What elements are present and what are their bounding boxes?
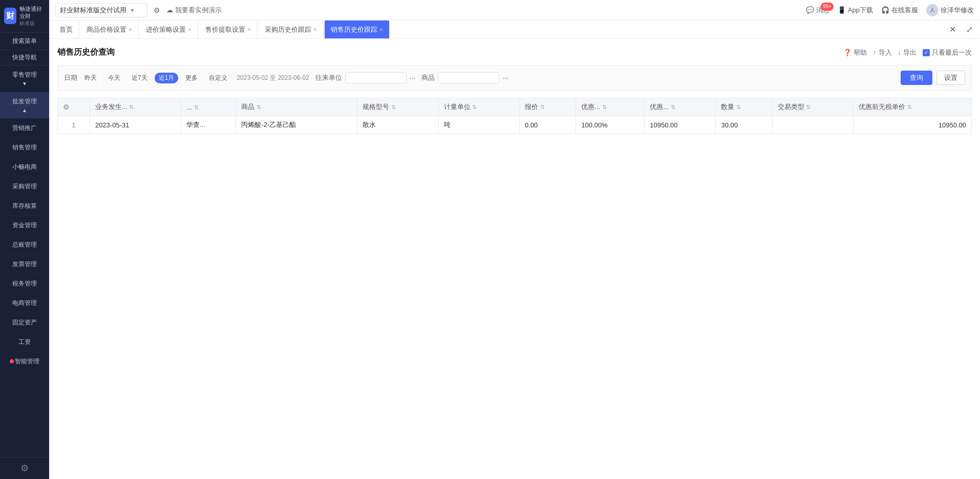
tab-close-icon[interactable]: × <box>313 26 317 33</box>
checkbox-checked-icon: ✓ <box>923 49 930 56</box>
settings-icon[interactable]: ⚙ <box>154 6 160 14</box>
query-button[interactable]: 查询 <box>901 71 932 85</box>
sidebar-item-ecommerce[interactable]: 电商管理 <box>0 294 49 313</box>
sidebar-settings-icon[interactable]: ⚙ <box>0 457 49 479</box>
th-price[interactable]: 报价 ⇅ <box>520 98 576 116</box>
date-last1month-btn[interactable]: 近1月 <box>155 73 179 83</box>
sort-icon: ⇅ <box>472 104 477 110</box>
tab-close-icon[interactable]: × <box>129 26 132 33</box>
sidebar-item-retail[interactable]: 零售管理 ▼ <box>0 66 49 92</box>
sidebar-quick-nav[interactable]: 快捷导航 <box>0 50 49 66</box>
table-body: 1 2023-05-31 华查... 丙烯酸-2-乙基己酯 散水 吨 0.00 … <box>58 116 972 134</box>
th-biz-date[interactable]: 业务发生... ⇅ <box>90 98 181 116</box>
sidebar-item-ledger[interactable]: 总账管理 <box>0 235 49 255</box>
import-icon: ↑ <box>873 49 877 56</box>
row-discount2: 10950.00 <box>645 116 716 134</box>
sidebar-item-fixed-assets[interactable]: 固定资产 <box>0 313 49 333</box>
sidebar-item-inventory[interactable]: 库存核算 <box>0 197 49 216</box>
logo-icon: 财 <box>4 8 16 24</box>
user-menu[interactable]: 人 徐泽华修改 <box>926 4 974 16</box>
cloud-icon: ☁ <box>166 6 173 14</box>
th-discount2[interactable]: 优惠... ⇅ <box>645 98 716 116</box>
product-picker-icon[interactable]: ··· <box>502 74 508 82</box>
sidebar: 财 畅捷通好业财 标准版 搜索菜单 快捷导航 零售管理 ▼ 批发管理 ▲ 营销推… <box>0 0 49 479</box>
th-unit[interactable]: 计量单位 ⇅ <box>438 98 519 116</box>
date-yesterday-btn[interactable]: 昨天 <box>80 73 101 83</box>
logo-sub: 标准版 <box>19 20 45 27</box>
online-service-button[interactable]: 🎧 在线客服 <box>881 6 918 15</box>
tab-sale-history[interactable]: 销售历史价跟踪 × <box>325 20 390 39</box>
row-quantity: 30.00 <box>716 116 772 134</box>
th-spec[interactable]: 规格型号 ⇅ <box>357 98 438 116</box>
row-product: 丙烯酸-2-乙基己酯 <box>236 116 357 134</box>
sidebar-item-xiaochang[interactable]: 小畅电商 <box>0 158 49 177</box>
date-last7-btn[interactable]: 近7天 <box>127 73 152 83</box>
date-filter: 日期 昨天 今天 近7天 近1月 更多 自定义 2023-05-02 至 202… <box>64 73 309 83</box>
th-discount1[interactable]: 优惠... ⇅ <box>576 98 645 116</box>
demo-link[interactable]: ☁ 我要看实例演示 <box>166 6 222 15</box>
tab-home[interactable]: 首页 <box>53 20 79 39</box>
tab-purchase-history[interactable]: 采购历史价跟踪 × <box>259 20 324 39</box>
data-table-wrap: ⚙ 业务发生... ⇅ ... ⇅ 商品 ⇅ 规格型号 ⇅ 计量单位 ⇅ 报价 … <box>57 98 972 134</box>
page-title: 销售历史价查询 <box>57 47 115 58</box>
message-icon: 💬 <box>806 6 814 14</box>
page-content: 销售历史价查询 ❓ 帮助 ↑ 导入 ↓ 导出 ✓ 只看最后一次 <box>49 39 980 479</box>
date-more-btn[interactable]: 更多 <box>181 73 202 83</box>
sidebar-item-smart[interactable]: 智能管理 <box>0 352 49 372</box>
tab-expand-icon[interactable]: ⤢ <box>963 24 976 35</box>
th-quantity[interactable]: 数量 ⇅ <box>716 98 772 116</box>
page-header: 销售历史价查询 ❓ 帮助 ↑ 导入 ↓ 导出 ✓ 只看最后一次 <box>57 47 972 58</box>
sidebar-item-marketing[interactable]: 营销推广 <box>0 119 49 138</box>
export-link[interactable]: ↓ 导出 <box>898 48 917 57</box>
tab-purchase-strategy[interactable]: 进价策略设置 × <box>140 20 198 39</box>
app-download-button[interactable]: 📱 App下载 <box>838 6 873 15</box>
sidebar-item-sales[interactable]: 销售管理 <box>0 138 49 158</box>
module-selector[interactable]: 好业财标准版交付试用 ▼ <box>55 3 147 17</box>
message-button[interactable]: 💬 消息 99+ <box>806 6 829 15</box>
product-input[interactable] <box>438 72 499 83</box>
th-gear[interactable]: ⚙ <box>58 98 90 116</box>
tab-close-icon[interactable]: × <box>188 26 191 33</box>
import-link[interactable]: ↑ 导入 <box>873 48 892 57</box>
date-label: 日期 <box>64 73 77 82</box>
logo-text: 畅捷通好业财 <box>19 5 45 20</box>
date-custom-btn[interactable]: 自定义 <box>205 73 231 83</box>
sidebar-item-salary[interactable]: 工资 <box>0 333 49 352</box>
chevron-down-icon: ▼ <box>130 7 135 13</box>
row-biz-date: 2023-05-31 <box>90 116 181 134</box>
source-unit-input[interactable] <box>345 72 407 83</box>
th-trade-type[interactable]: 交易类型 ⇅ <box>772 98 853 116</box>
only-last-checkbox-wrap[interactable]: ✓ 只看最后一次 <box>923 48 972 57</box>
th-extra[interactable]: ... ⇅ <box>181 98 236 116</box>
topbar: 好业财标准版交付试用 ▼ ⚙ ☁ 我要看实例演示 💬 消息 99+ 📱 App下… <box>49 0 980 20</box>
phone-icon: 📱 <box>838 6 846 14</box>
message-badge: 99+ <box>821 3 834 11</box>
tab-close-icon[interactable]: × <box>247 26 251 33</box>
sidebar-item-wholesale[interactable]: 批发管理 ▲ <box>0 92 49 119</box>
sidebar-item-tax[interactable]: 税务管理 <box>0 274 49 294</box>
chevron-up-icon: ▲ <box>22 107 27 113</box>
help-link[interactable]: ❓ 帮助 <box>843 48 867 57</box>
filter-bar: 日期 昨天 今天 近7天 近1月 更多 自定义 2023-05-02 至 202… <box>57 65 972 91</box>
tab-close-icon[interactable]: × <box>379 26 383 33</box>
th-product[interactable]: 商品 ⇅ <box>236 98 357 116</box>
setting-button[interactable]: 设置 <box>936 71 965 85</box>
sort-icon: ⇅ <box>671 104 675 110</box>
sidebar-item-invoice[interactable]: 发票管理 <box>0 255 49 274</box>
th-pretax-price[interactable]: 优惠前无税单价 ⇅ <box>854 98 972 116</box>
tabs-bar: 首页 商品价格设置 × 进价策略设置 × 售价提取设置 × 采购历史价跟踪 × … <box>49 20 980 39</box>
username: 徐泽华修改 <box>941 6 974 15</box>
sidebar-search[interactable]: 搜索菜单 <box>0 33 49 50</box>
page-actions: ❓ 帮助 ↑ 导入 ↓ 导出 ✓ 只看最后一次 <box>843 48 972 57</box>
sort-icon: ⇅ <box>806 104 811 110</box>
source-unit-picker-icon[interactable]: ··· <box>410 74 416 82</box>
sidebar-item-purchase[interactable]: 采购管理 <box>0 177 49 197</box>
tab-close-all-icon[interactable]: ✕ <box>946 24 959 35</box>
tab-product-price[interactable]: 商品价格设置 × <box>80 20 139 39</box>
date-today-btn[interactable]: 今天 <box>104 73 124 83</box>
question-icon: ❓ <box>843 49 851 56</box>
tab-sale-extract[interactable]: 售价提取设置 × <box>199 20 258 39</box>
sidebar-item-finance[interactable]: 资金管理 <box>0 216 49 235</box>
sort-icon: ⇅ <box>736 104 741 110</box>
product-label: 商品 <box>421 73 435 82</box>
